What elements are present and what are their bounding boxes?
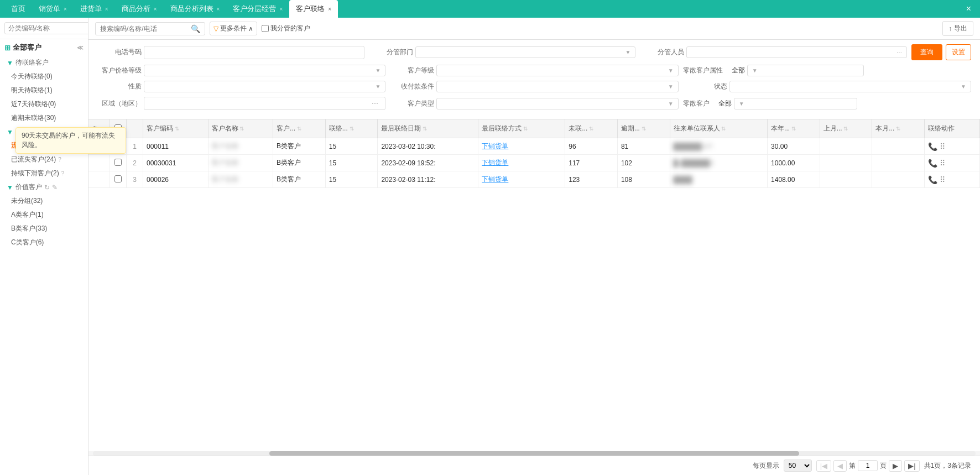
- sidebar-item-b-class[interactable]: B类客户(33): [0, 222, 88, 236]
- first-page-button[interactable]: |◀: [816, 460, 831, 472]
- tab-customer-contact-close[interactable]: ×: [328, 6, 331, 12]
- person-select[interactable]: ⋯: [686, 46, 907, 58]
- action-more-icon-1[interactable]: ⠿: [940, 159, 945, 168]
- cell-action-0: 📞 ⠿: [925, 138, 980, 155]
- contact-way-link-2[interactable]: 下销货单: [482, 175, 508, 183]
- gender-select[interactable]: ▼: [144, 81, 385, 92]
- tab-customer-segment[interactable]: 客户分层经营 ×: [226, 0, 289, 18]
- churned-question-icon: ?: [58, 156, 61, 163]
- sidebar-item-overdue-contact[interactable]: 逾期未联络(30): [0, 111, 88, 125]
- table-row: 2 00030031 客户名称 B类客户 15 2023-02-09 19:52…: [88, 155, 980, 171]
- value-refresh-icon[interactable]: ↻: [44, 184, 50, 191]
- more-conditions-arrow: ∧: [248, 25, 253, 33]
- row-checkbox-2[interactable]: [114, 175, 122, 182]
- tab-analysis-list[interactable]: 商品分析列表 ×: [164, 0, 227, 18]
- my-customers-checkbox[interactable]: [262, 25, 269, 32]
- th-action: 联络动作: [925, 119, 980, 138]
- row-checkbox-1[interactable]: [114, 159, 122, 166]
- settings-button[interactable]: 设置: [946, 44, 971, 60]
- action-more-icon-0[interactable]: ⠿: [940, 142, 945, 151]
- sidebar-group-pending[interactable]: ▼ 待联络客户: [0, 56, 88, 70]
- contact-way-link-0[interactable]: 下销货单: [482, 142, 508, 150]
- cell-code-0: 000011: [143, 138, 208, 155]
- payment-select[interactable]: ▼: [436, 81, 678, 92]
- my-customers-toggle[interactable]: 我分管的客户: [262, 24, 310, 33]
- arrow-icon-value: ▼: [7, 184, 13, 191]
- sidebar-item-today-contact[interactable]: 今天待联络(0): [0, 70, 88, 83]
- th-uncontact[interactable]: 未联...: [565, 119, 618, 138]
- customer-type-select[interactable]: ▼: [436, 98, 678, 109]
- th-last-contact-way[interactable]: 最后联络方式: [478, 119, 565, 138]
- cell-action-2: 📞 ⠿: [925, 171, 980, 188]
- contact-way-link-1[interactable]: 下销货单: [482, 159, 508, 166]
- app-close-button[interactable]: ×: [962, 4, 976, 14]
- tab-analysis[interactable]: 商品分析 ×: [115, 0, 164, 18]
- value-edit-icon[interactable]: ✎: [52, 184, 58, 191]
- dept-select[interactable]: ▼: [415, 46, 636, 58]
- next-page-button[interactable]: ▶: [889, 460, 902, 472]
- tab-sales[interactable]: 销货单 ×: [32, 0, 74, 18]
- all-customers-header[interactable]: ⊞ 全部客户 ≪: [0, 39, 88, 56]
- sidebar-item-c-class[interactable]: C类客户(6): [0, 236, 88, 249]
- area-select[interactable]: ⋯: [144, 97, 385, 110]
- th-this-month[interactable]: 本月...: [872, 119, 925, 138]
- tab-customer-segment-close[interactable]: ×: [279, 6, 283, 12]
- cell-last-contact-way-0[interactable]: 下销货单: [478, 138, 565, 155]
- sidebar-group-value[interactable]: ▼ 价值客户 ↻ ✎: [0, 180, 88, 194]
- action-contact-icon-2[interactable]: 📞: [928, 175, 937, 184]
- sidebar-search-input[interactable]: [4, 22, 88, 34]
- sidebar-item-declining[interactable]: 持续下滑客户(2) ?: [0, 166, 88, 180]
- tab-customer-segment-label: 客户分层经营: [233, 4, 276, 14]
- th-contact-person[interactable]: 往来单位联系人: [670, 119, 768, 138]
- th-overdue[interactable]: 逾期...: [617, 119, 670, 138]
- sidebar-item-churned[interactable]: 已流失客户(24) ?: [0, 153, 88, 166]
- th-this-year[interactable]: 本年...: [768, 119, 820, 138]
- price-level-select[interactable]: ▼: [144, 65, 385, 76]
- collapse-icon[interactable]: ≪: [77, 44, 84, 51]
- table-row: 3 000026 客户名称 B类客户 15 2023-02-03 11:12: …: [88, 171, 980, 188]
- tab-purchase[interactable]: 进货单 ×: [74, 0, 115, 18]
- status-select[interactable]: ▼: [729, 81, 971, 92]
- tab-sales-close[interactable]: ×: [64, 6, 67, 12]
- toolbar-search-icon[interactable]: 🔍: [191, 24, 200, 33]
- cell-contact-2: 15: [325, 171, 378, 188]
- th-level[interactable]: 客户...: [273, 119, 326, 138]
- query-button[interactable]: 查询: [911, 44, 942, 60]
- last-page-button[interactable]: ▶|: [904, 460, 919, 472]
- cell-last-contact-way-1[interactable]: 下销货单: [478, 155, 565, 171]
- zero-attr-value: 全部: [732, 66, 745, 75]
- sidebar-item-ungroup[interactable]: 未分组(32): [0, 194, 88, 208]
- th-name[interactable]: 客户名称: [208, 119, 273, 138]
- export-button[interactable]: ↑ 导出: [942, 21, 973, 36]
- tab-home[interactable]: 首页: [4, 0, 32, 18]
- cell-this-month-1: [872, 155, 925, 171]
- action-contact-icon-0[interactable]: 📞: [928, 142, 937, 151]
- th-code[interactable]: 客户编码: [143, 119, 208, 138]
- toolbar-search-input[interactable]: [100, 25, 189, 33]
- tab-analysis-close[interactable]: ×: [154, 6, 157, 12]
- phone-input[interactable]: [144, 46, 364, 59]
- customer-level-select[interactable]: ▼: [436, 65, 678, 76]
- tab-analysis-list-close[interactable]: ×: [217, 6, 220, 12]
- sidebar-item-a-class[interactable]: A类客户(1): [0, 208, 88, 222]
- action-contact-icon-1[interactable]: 📞: [928, 159, 937, 168]
- tab-purchase-close[interactable]: ×: [105, 6, 108, 12]
- more-conditions-button[interactable]: ▽ 更多条件 ∧: [210, 22, 257, 35]
- main-layout: 🔍 ⊞ 全部客户 ≪ ▼ 待联络客户 今天待联络(0) 明天待联络(1) 近7天…: [0, 18, 980, 475]
- cell-last-contact-way-2[interactable]: 下销货单: [478, 171, 565, 188]
- action-icons-0: 📞 ⠿: [928, 142, 976, 151]
- sidebar-item-tomorrow-contact[interactable]: 明天待联络(1): [0, 83, 88, 97]
- prev-page-button[interactable]: ◀: [833, 460, 847, 472]
- sidebar-item-week-contact[interactable]: 近7天待联络(0): [0, 97, 88, 111]
- per-page-select[interactable]: 50 100 200: [784, 460, 812, 472]
- th-contact[interactable]: 联络...: [325, 119, 378, 138]
- horizontal-scrollbar[interactable]: [93, 451, 976, 456]
- page-number-input[interactable]: [858, 460, 878, 471]
- tab-customer-contact[interactable]: 客户联络 ×: [289, 0, 338, 18]
- cell-this-month-0: [872, 138, 925, 155]
- zero-customer-select[interactable]: ▼: [734, 98, 858, 109]
- th-last-contact-date[interactable]: 最后联络日期: [378, 119, 478, 138]
- th-last-month[interactable]: 上月...: [820, 119, 872, 138]
- zero-attr-select[interactable]: ▼: [747, 65, 864, 76]
- action-more-icon-2[interactable]: ⠿: [940, 175, 945, 184]
